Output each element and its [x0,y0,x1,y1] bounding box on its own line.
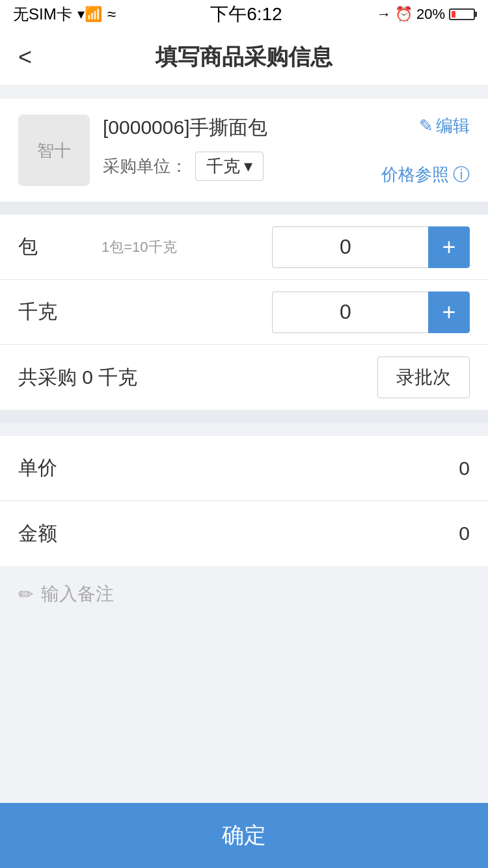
back-button[interactable]: < [18,44,32,71]
batch-button[interactable]: 录批次 [377,357,470,398]
product-card: 智十 [0000006]手撕面包 采购单位： 千克 ▾ ✎ 编辑 价格参照 ⓘ [0,99,488,202]
product-name: [0000006]手撕面包 [103,115,470,141]
page-title: 填写商品采购信息 [156,42,332,72]
section-divider-1 [0,202,488,215]
notes-section[interactable]: ✏ 输入备注 [0,566,488,813]
battery-icon [449,8,475,20]
bag-plus-button[interactable]: + [428,226,470,268]
product-image: 智十 [18,115,90,186]
confirm-button[interactable]: 确定 [0,803,488,868]
nav-bar: < 填写商品采购信息 [0,29,488,86]
amount-value: 0 [459,522,470,545]
bag-sublabel: 1包=10千克 [102,237,177,257]
alarm-icon: ⏰ [395,6,413,23]
kg-input-row: 千克 + [0,280,488,345]
edit-button[interactable]: ✎ 编辑 [419,115,470,137]
unit-value: 千克 [206,155,240,178]
kg-input-right: + [272,292,470,333]
price-ref-icon: ⓘ [453,163,470,186]
unit-price-row: 单价 0 [0,436,488,501]
bag-input[interactable] [272,226,428,268]
summary-text: 共采购 0 千克 [18,364,137,391]
price-ref-label: 价格参照 [381,163,449,186]
summary-row: 共采购 0 千克 录批次 [0,345,488,410]
unit-label: 采购单位： [103,155,187,178]
unit-price-value: 0 [459,457,470,480]
edit-icon: ✎ [419,116,433,136]
product-image-label: 智十 [37,139,71,162]
input-section: 包 1包=10千克 + 千克 + [0,215,488,345]
dropdown-arrow-icon: ▾ [244,156,252,176]
notes-placeholder: ✏ 输入备注 [18,582,470,606]
edit-label: 编辑 [436,115,470,137]
kg-input[interactable] [272,292,428,333]
carrier-text: 无SIM卡 [13,4,72,25]
status-bar: 无SIM卡 ▾📶 ≈ 下午6:12 → ⏰ 20% [0,0,488,29]
battery-percent: 20% [416,6,445,23]
location-icon: → [377,6,391,23]
bag-input-row: 包 1包=10千克 + [0,215,488,280]
pencil-icon: ✏ [18,584,33,605]
unit-select[interactable]: 千克 ▾ [195,152,264,181]
bag-input-right: + [272,226,470,268]
kg-label: 千克 [18,299,96,325]
wifi-icon: ▾📶 [77,6,102,23]
notes-placeholder-text: 输入备注 [41,582,114,606]
status-time: 下午6:12 [210,2,282,27]
wifi-symbol: ≈ [107,5,116,23]
kg-plus-button[interactable]: + [428,292,470,333]
amount-label: 金额 [18,521,70,547]
price-ref-button[interactable]: 价格参照 ⓘ [381,163,470,186]
status-left: 无SIM卡 ▾📶 ≈ [13,4,116,25]
unit-price-label: 单价 [18,455,70,481]
section-divider-2 [0,410,488,423]
amount-row: 金额 0 [0,501,488,566]
status-right: → ⏰ 20% [377,6,475,23]
price-info-section: 单价 0 金额 0 [0,436,488,566]
bag-label: 包 [18,234,96,260]
